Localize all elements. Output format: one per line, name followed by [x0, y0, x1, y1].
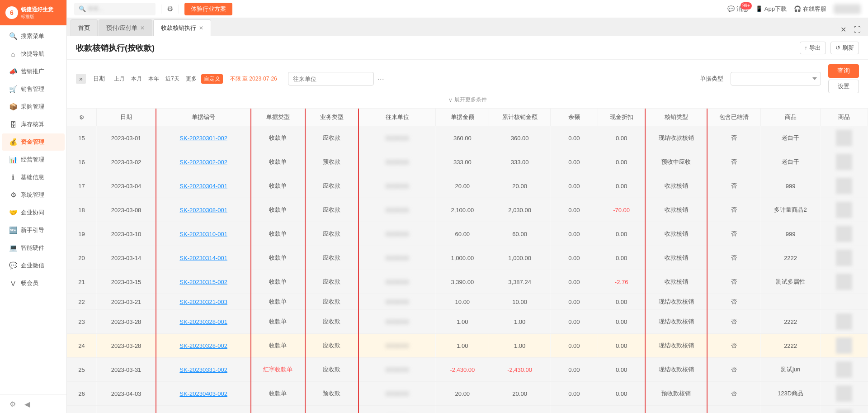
billno-link[interactable]: SK-20230328-002 — [179, 342, 227, 349]
billno-link[interactable]: SK-20230301-002 — [179, 135, 227, 142]
avatar[interactable] — [834, 4, 861, 14]
billno-link[interactable]: SK-20230310-001 — [179, 231, 227, 237]
col-header-balance: 余额 — [550, 109, 598, 126]
table-settings-icon[interactable]: ⚙ — [79, 114, 85, 121]
cell-billno: SK-20230314-001 — [156, 246, 251, 270]
app-download-item[interactable]: 📱 App下载 — [755, 5, 787, 13]
sidebar-item-system[interactable]: ⚙ 系统管理 — [2, 186, 65, 204]
message-item[interactable]: 💬 消息 99+ — [727, 5, 748, 13]
billno-link[interactable]: SK-20230321-003 — [179, 299, 227, 305]
billno-link[interactable]: SK-20230302-002 — [179, 159, 227, 166]
partner-input[interactable] — [288, 72, 374, 85]
sidebar-item-hardware[interactable]: 💻 智能硬件 — [2, 239, 65, 256]
cell-coretype: 现结收款核销 — [645, 358, 707, 382]
filter-shortcut-custom[interactable]: 自定义 — [201, 74, 223, 84]
cell-includeclose: 否 — [707, 198, 761, 222]
cell-amount: 333.00 — [436, 150, 489, 174]
query-button[interactable]: 查询 — [828, 64, 859, 78]
cell-goodsimg — [820, 310, 868, 334]
cell-cashdiscount: 0.00 — [598, 382, 645, 406]
cell-amount: 1.00 — [436, 310, 489, 334]
tab-receipt-close[interactable]: ✕ — [199, 25, 203, 31]
message-icon: 💬 — [727, 5, 735, 12]
tab-prepay-close[interactable]: ✕ — [140, 25, 145, 31]
cell-biztype: 应收款 — [305, 406, 359, 413]
tab-expand-icon[interactable]: ⛶ — [852, 24, 863, 36]
cell-amount: 100.00 — [436, 406, 489, 413]
cell-partner: XXXXXX — [359, 150, 436, 174]
refresh-button[interactable]: ↺ 刷新 — [830, 42, 859, 54]
sidebar-item-shortcut[interactable]: ⌂ 快捷导航 — [2, 45, 65, 62]
cell-billtype: 收款单 — [251, 150, 305, 174]
filter-shortcut-this-month[interactable]: 本月 — [129, 74, 144, 84]
sidebar-item-sales[interactable]: 🛒 销售管理 — [2, 81, 65, 98]
filter-expand-btn[interactable]: » — [76, 74, 86, 84]
billno-link[interactable]: SK-20230315-002 — [179, 279, 227, 285]
setting-button[interactable]: 设置 — [828, 80, 859, 93]
tab-home[interactable]: 首页 — [71, 19, 98, 36]
bill-type-select[interactable] — [731, 72, 821, 85]
sidebar-item-operation[interactable]: 📊 经营管理 — [2, 151, 65, 168]
sidebar-item-guide[interactable]: 🆕 新手引导 — [2, 222, 65, 239]
settings-bottom-icon[interactable]: ⚙ — [7, 399, 18, 409]
cell-amount: 3,390.00 — [436, 270, 489, 294]
collapse-icon[interactable]: ◀ — [22, 399, 33, 409]
page-title: 收款核销执行(按收款) — [76, 43, 155, 53]
cell-goods: 老白干 — [761, 126, 820, 150]
sidebar-item-member[interactable]: V 畅会员 — [2, 275, 65, 292]
tab-prepay[interactable]: 预付/应付单 ✕ — [99, 19, 152, 36]
topbar-gear-icon[interactable]: ⚙ — [167, 5, 173, 13]
sidebar-item-enterprise[interactable]: 🤝 企业协同 — [2, 204, 65, 221]
col-header-settings[interactable]: ⚙ — [67, 109, 97, 126]
sidebar-item-search[interactable]: 🔍 搜索菜单 — [2, 28, 65, 45]
topbar-search[interactable]: 🔍 搜索... — [74, 3, 156, 15]
tab-home-label: 首页 — [78, 24, 90, 32]
billno-link[interactable]: SK-20230331-002 — [179, 366, 227, 373]
cell-no: 22 — [67, 294, 97, 310]
cell-cashdiscount: 0.00 — [598, 406, 645, 413]
sidebar-item-inventory[interactable]: 🗄 库存核算 — [2, 116, 65, 133]
expand-conditions[interactable]: ∨ 展开更多条件 — [76, 96, 859, 104]
service-item[interactable]: 🎧 在线客服 — [794, 5, 826, 13]
cell-date: 2023-03-28 — [97, 334, 156, 358]
solution-button[interactable]: 体验行业方案 — [184, 3, 232, 15]
partner-dots[interactable]: ··· — [377, 74, 384, 84]
cell-no: 20 — [67, 246, 97, 270]
sidebar-item-marketing[interactable]: 📣 营销推广 — [2, 63, 65, 80]
billno-link[interactable]: SK-20230403-002 — [179, 390, 227, 397]
filter-shortcut-7days[interactable]: 近7天 — [164, 74, 181, 84]
export-button[interactable]: ↑ 导出 — [800, 42, 826, 54]
billno-link[interactable]: SK-20230314-001 — [179, 255, 227, 261]
sidebar-logo: 6 畅捷通好生意 标推版 — [0, 0, 66, 25]
sidebar-item-purchase[interactable]: 📦 采购管理 — [2, 98, 65, 115]
cell-cashdiscount: -70.00 — [598, 198, 645, 222]
export-label: 导出 — [809, 44, 821, 52]
sidebar-item-basic[interactable]: ℹ 基础信息 — [2, 169, 65, 186]
cell-billno: SK-20230328-001 — [156, 310, 251, 334]
col-header-cashdiscount: 现金折扣 — [598, 109, 645, 126]
cell-coretype: 预收中应收 — [645, 150, 707, 174]
cell-biztype: 应收款 — [305, 222, 359, 246]
billno-link[interactable]: SK-20230328-001 — [179, 318, 227, 325]
tab-receipt-core[interactable]: 收款核销执行 ✕ — [153, 19, 211, 36]
billno-link[interactable]: SK-20230308-001 — [179, 207, 227, 214]
filter-shortcut-more[interactable]: 更多 — [184, 74, 198, 84]
date-range-display: 不限 至 2023-07-26 — [230, 75, 277, 83]
filter-shortcut-last-month[interactable]: 上月 — [112, 74, 127, 84]
billno-link[interactable]: SK-20230304-001 — [179, 183, 227, 190]
service-icon: 🎧 — [794, 5, 801, 12]
cell-goodsimg — [820, 270, 868, 294]
sidebar-item-finance[interactable]: 💰 资金管理 — [2, 133, 65, 151]
cell-goods: 衣服00001 — [761, 406, 820, 413]
cell-date: 2023-03-10 — [97, 222, 156, 246]
tab-close-all-icon[interactable]: ✕ — [839, 24, 848, 36]
filter-shortcut-this-year[interactable]: 本年 — [146, 74, 161, 84]
cell-goods: 测试jun — [761, 358, 820, 382]
cell-billno: SK-20230403-002 — [156, 382, 251, 406]
refresh-icon: ↺ — [835, 44, 840, 51]
sidebar-label-purchase: 采购管理 — [21, 103, 44, 111]
cell-biztype: 应收款 — [305, 198, 359, 222]
cell-partner: XXXXXX — [359, 174, 436, 198]
sidebar-item-wechat[interactable]: 💬 企业微信 — [2, 257, 65, 274]
table-row: 19 2023-03-10 SK-20230310-001 收款单 应收款 XX… — [67, 222, 868, 246]
